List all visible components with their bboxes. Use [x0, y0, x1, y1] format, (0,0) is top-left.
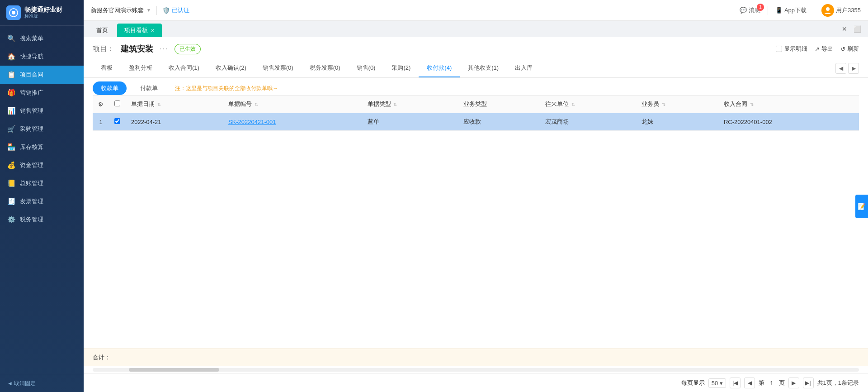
- sub-tab-income-confirm[interactable]: 收入确认(2): [208, 59, 255, 77]
- sub-tab-in-out[interactable]: 出入库: [507, 59, 541, 77]
- tabs-row: 首页 项目看板 ✕ ✕ ⬜: [84, 21, 868, 37]
- type-column-header[interactable]: 单据类型 ⇅: [362, 96, 458, 113]
- receipt-tab-button[interactable]: 收款单: [93, 81, 127, 95]
- sidebar-item-marketing[interactable]: 🎁 营销推广: [0, 84, 84, 102]
- sub-tab-profit[interactable]: 盈利分析: [121, 59, 160, 77]
- finance-icon: 💰: [7, 161, 15, 169]
- sidebar-item-search[interactable]: 🔍 搜索菜单: [0, 29, 84, 48]
- more-button[interactable]: ···: [160, 45, 168, 53]
- page-header: 项目： 建筑安装 ··· 已生效 显示明细 ↗ 导出 ↺: [84, 37, 868, 59]
- search-icon: 🔍: [7, 34, 15, 43]
- scrollbar-thumb[interactable]: [129, 368, 219, 372]
- main-area: 新服务官网演示账套 ▼ 🛡️ 已认证 💬 消息 1 📱 App下载: [84, 0, 868, 392]
- sidebar-item-invoice[interactable]: 🧾 发票管理: [0, 192, 84, 210]
- content-wrapper: 首页 项目看板 ✕ ✕ ⬜ 项目： 建筑安装 ··· 已生效: [84, 21, 868, 392]
- horizontal-scrollbar[interactable]: [93, 368, 859, 372]
- app-download-label: App下载: [784, 6, 807, 14]
- row-salesperson: 龙妹: [636, 113, 718, 131]
- tab-project-board-label: 项目看板: [124, 26, 148, 34]
- user-info[interactable]: 用户3355: [821, 4, 861, 17]
- project-selector[interactable]: 新服务官网演示账套 ▼: [91, 6, 151, 14]
- topbar-divider: [156, 6, 157, 15]
- row-checkbox-cell[interactable]: [109, 113, 126, 131]
- row-checkbox[interactable]: [114, 118, 120, 124]
- settings-column-header[interactable]: ⚙: [93, 96, 109, 113]
- sidebar-item-purchase[interactable]: 🛒 采购管理: [0, 120, 84, 138]
- payment-tab-button[interactable]: 付款单: [132, 81, 166, 95]
- sidebar-item-label: 发票管理: [20, 197, 43, 206]
- inner-tab-note: 注：这里是与项目关联的全部收付款单哦～: [175, 85, 278, 92]
- svg-point-2: [826, 7, 830, 11]
- sub-tab-kanban[interactable]: 看板: [93, 59, 121, 77]
- partner-column-header[interactable]: 往来单位 ⇅: [540, 96, 636, 113]
- expand-window-button[interactable]: ⬜: [852, 24, 863, 34]
- sidebar-item-label: 采购管理: [20, 125, 43, 133]
- sub-tab-next-button[interactable]: ▶: [848, 63, 859, 74]
- sub-tab-tax-invoice[interactable]: 税务发票(0): [302, 59, 349, 77]
- sub-tab-income-contract[interactable]: 收入合同(1): [160, 59, 208, 77]
- sidebar-item-tax[interactable]: ⚙️ 税务管理: [0, 210, 84, 229]
- checkbox-column-header[interactable]: [109, 96, 126, 113]
- sub-tab-sales-invoice[interactable]: 销售发票(0): [255, 59, 302, 77]
- row-income-contract: RC-20220401-002: [718, 113, 859, 131]
- page-content: 项目： 建筑安装 ··· 已生效 显示明细 ↗ 导出 ↺: [84, 37, 868, 392]
- close-window-button[interactable]: ✕: [839, 24, 850, 34]
- status-text: 已生效: [179, 46, 196, 52]
- sub-tab-sales[interactable]: 销售(0): [349, 59, 384, 77]
- sidebar-item-finance[interactable]: 💰 资金管理: [0, 156, 84, 174]
- last-page-button[interactable]: ▶|: [803, 378, 814, 388]
- table-row[interactable]: 1 2022-04-21 SK-20220421-001 蓝单 应收款: [93, 113, 859, 131]
- export-label: 导出: [821, 45, 833, 53]
- cert-label: 已认证: [172, 6, 189, 14]
- sidebar-item-ledger[interactable]: 📒 总账管理: [0, 174, 84, 192]
- avatar: [821, 4, 834, 17]
- tab-project-board[interactable]: 项目看板 ✕: [117, 24, 162, 37]
- sub-tab-purchase[interactable]: 采购(2): [383, 59, 419, 77]
- scrollbar-row: [84, 366, 868, 373]
- window-controls: ✕ ⬜: [839, 24, 863, 34]
- row-date: 2022-04-21: [126, 113, 223, 131]
- sidebar-item-label: 资金管理: [20, 161, 43, 169]
- number-column-header[interactable]: 单据编号 ⇅: [223, 96, 362, 113]
- header-right: 显示明细 ↗ 导出 ↺ 刷新: [776, 45, 859, 53]
- row-number[interactable]: SK-20220421-001: [223, 113, 362, 131]
- sidebar-item-contract[interactable]: 📋 项目合同: [0, 66, 84, 84]
- sidebar-item-sales[interactable]: 📊 销售管理: [0, 102, 84, 120]
- prev-page-button[interactable]: ◀: [744, 378, 755, 388]
- total-bar: 合计：: [84, 349, 868, 366]
- refresh-label: 刷新: [847, 45, 859, 53]
- sub-tab-prev-button[interactable]: ◀: [835, 63, 846, 74]
- sub-tab-receipt[interactable]: 收付款(4): [419, 59, 460, 77]
- next-page-button[interactable]: ▶: [788, 378, 799, 388]
- sub-tab-other-income[interactable]: 其他收支(1): [460, 59, 507, 77]
- show-detail-label: 显示明细: [784, 45, 807, 53]
- total-pages-info: 共1页，1条记录: [817, 379, 859, 387]
- date-column-header[interactable]: 单据日期 ⇅: [126, 96, 223, 113]
- sidebar-item-inventory[interactable]: 🏪 库存核算: [0, 138, 84, 156]
- salesperson-column-header[interactable]: 业务员 ⇅: [636, 96, 718, 113]
- sidebar-item-label: 搜索菜单: [20, 34, 43, 43]
- per-page-select[interactable]: 50 ▾: [708, 378, 726, 388]
- select-all-checkbox[interactable]: [114, 100, 120, 106]
- row-biz-type: 应收款: [458, 113, 540, 131]
- current-page: 1: [768, 380, 775, 387]
- tab-close-icon[interactable]: ✕: [151, 28, 155, 33]
- show-detail-checkbox[interactable]: 显示明细: [776, 45, 807, 53]
- app-title: 畅捷通好业财: [24, 6, 62, 14]
- biz-type-column-header: 业务类型: [458, 96, 540, 113]
- sidebar-item-label: 项目合同: [20, 71, 43, 79]
- sidebar-unpin-button[interactable]: ◄ 取消固定: [0, 375, 84, 392]
- message-button[interactable]: 💬 消息 1: [740, 6, 760, 14]
- sidebar-item-quick[interactable]: 🏠 快捷导航: [0, 48, 84, 66]
- tab-home[interactable]: 首页: [89, 24, 115, 37]
- checkbox-icon: [776, 46, 782, 52]
- income-contract-column-header[interactable]: 收入合同 ⇅: [718, 96, 859, 113]
- first-page-button[interactable]: |◀: [730, 378, 741, 388]
- export-button[interactable]: ↗ 导出: [815, 45, 833, 53]
- sidebar-item-label: 营销推广: [20, 89, 43, 97]
- app-download-button[interactable]: 📱 App下载: [775, 6, 807, 14]
- sidebar-item-label: 总账管理: [20, 179, 43, 187]
- refresh-button[interactable]: ↺ 刷新: [840, 45, 859, 53]
- shield-icon: 🛡️: [162, 7, 170, 14]
- feedback-button[interactable]: 📝: [855, 195, 868, 218]
